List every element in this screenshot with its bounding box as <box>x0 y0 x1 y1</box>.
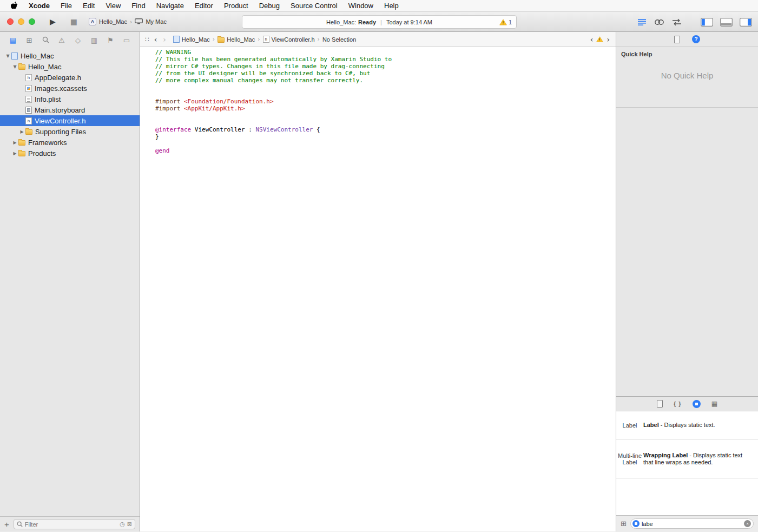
folder-file-icon <box>25 129 32 135</box>
file-row-viewcontroller-h[interactable]: hViewController.h <box>0 115 140 126</box>
disclosure-triangle-icon[interactable]: ▼ <box>4 54 11 58</box>
library-item-label: Multi-line Label <box>616 452 643 465</box>
file-row-images-xcassets[interactable]: Images.xcassets <box>0 83 140 94</box>
menu-item-help[interactable]: Help <box>379 2 404 10</box>
symbol-navigator-icon[interactable]: ⊞ <box>24 37 34 44</box>
add-file-button[interactable]: + <box>4 520 9 528</box>
clear-search-icon[interactable]: × <box>744 520 751 527</box>
breadcrumb-item-no-selection[interactable]: No Selection <box>322 36 356 43</box>
stop-button[interactable]: ■ <box>70 18 77 25</box>
report-navigator-icon[interactable]: ▭ <box>122 37 131 44</box>
filter-icon <box>17 521 23 527</box>
zoom-window-button[interactable] <box>29 18 35 25</box>
quick-help-title: Quick Help <box>621 51 753 57</box>
toggle-debug-area-button[interactable] <box>720 18 733 27</box>
media-library-icon[interactable]: ▦ <box>711 400 717 407</box>
menu-item-file[interactable]: File <box>55 2 77 10</box>
library-grid-view-icon[interactable]: ⊞ <box>621 520 627 527</box>
breakpoint-navigator-icon[interactable]: ⚑ <box>106 37 115 44</box>
code-line <box>155 112 616 119</box>
project-file-icon <box>173 36 180 43</box>
file-row-info-plist[interactable]: Info.plist <box>0 94 140 104</box>
toggle-navigator-button[interactable] <box>701 18 713 27</box>
code-line: #import <Foundation/Foundation.h> <box>155 98 616 105</box>
back-button[interactable]: ‹ <box>153 36 159 43</box>
menu-item-view[interactable]: View <box>100 2 126 10</box>
menu-item-navigate[interactable]: Navigate <box>151 2 189 10</box>
object-library-icon[interactable] <box>693 400 701 408</box>
object-library-list: LabelLabel - Displays static text.Multi-… <box>616 411 758 515</box>
breadcrumb-label: Hello_Mac <box>182 36 210 43</box>
library-search-scope-icon <box>632 520 640 527</box>
file-row-hello-mac[interactable]: ▼Hello_Mac <box>0 50 140 61</box>
file-row-supporting-files[interactable]: ▶Supporting Files <box>0 126 140 137</box>
menu-item-window[interactable]: Window <box>343 2 379 10</box>
file-row-frameworks[interactable]: ▶Frameworks <box>0 137 140 148</box>
file-row-products[interactable]: ▶Products <box>0 148 140 159</box>
breadcrumb-label: No Selection <box>322 36 356 43</box>
menu-item-product[interactable]: Product <box>219 2 254 10</box>
code-snippet-library-icon[interactable]: { } <box>674 401 682 407</box>
previous-issue-button[interactable]: ‹ <box>589 36 595 43</box>
standard-editor-button[interactable] <box>637 18 647 26</box>
file-label: ViewController.h <box>35 117 85 125</box>
library-pane: { } ▦ LabelLabel - Displays static text.… <box>616 396 758 531</box>
breadcrumb-item-hello-mac[interactable]: Hello_Mac <box>173 36 210 43</box>
warning-badge[interactable]: 1 <box>499 19 512 25</box>
minimize-window-button[interactable] <box>18 18 24 25</box>
disclosure-triangle-icon[interactable]: ▶ <box>11 140 18 145</box>
disclosure-triangle-icon[interactable]: ▼ <box>11 64 18 69</box>
menu-item-xcode[interactable]: Xcode <box>23 2 55 10</box>
forward-button[interactable]: › <box>162 36 167 43</box>
project-navigator-icon[interactable]: ▤ <box>8 37 18 44</box>
library-search-field[interactable]: × <box>630 518 754 529</box>
toggle-utilities-button[interactable] <box>740 18 752 27</box>
assistant-editor-button[interactable] <box>654 18 664 26</box>
breadcrumb-item-viewcontroller-h[interactable]: hViewController.h <box>263 36 315 43</box>
scheme-selector[interactable]: A Hello_Mac › My Mac <box>89 18 167 25</box>
disclosure-triangle-icon[interactable]: ▶ <box>11 151 18 156</box>
run-button[interactable]: ▶ <box>50 18 56 25</box>
close-window-button[interactable] <box>7 18 14 25</box>
file-row-appdelegate-h[interactable]: hAppDelegate.h <box>0 72 140 83</box>
status-time: Today at 9:14 AM <box>386 19 432 25</box>
menu-item-debug[interactable]: Debug <box>254 2 285 10</box>
file-row-main-storyboard[interactable]: Main.storyboard <box>0 104 140 115</box>
library-search-bar: ⊞ × <box>616 515 758 531</box>
code-line <box>155 119 616 126</box>
related-items-icon[interactable]: ∷ <box>145 36 149 43</box>
file-inspector-icon[interactable] <box>674 36 680 43</box>
status-project: Hello_Mac: <box>326 19 356 25</box>
menu-item-source-control[interactable]: Source Control <box>285 2 343 10</box>
debug-navigator-icon[interactable]: ▥ <box>89 37 99 44</box>
find-navigator-icon[interactable] <box>41 36 50 44</box>
filter-input[interactable] <box>25 521 117 528</box>
version-editor-button[interactable] <box>671 18 682 26</box>
breadcrumb: Hello_Mac›Hello_Mac›hViewController.h›No… <box>173 36 585 43</box>
source-code-editor[interactable]: // WARNING// This file has been generate… <box>140 47 616 531</box>
code-line <box>155 91 616 98</box>
apple-menu-icon[interactable] <box>5 2 23 10</box>
issue-navigator-icon[interactable]: ⚠ <box>57 37 67 44</box>
file-row-hello-mac[interactable]: ▼Hello_Mac <box>0 61 140 72</box>
file-template-library-icon[interactable] <box>657 400 663 408</box>
toolbar: ▶ ■ A Hello_Mac › My Mac Hello_Mac: Read… <box>0 12 758 32</box>
breadcrumb-item-hello-mac[interactable]: Hello_Mac <box>217 36 255 43</box>
recent-files-filter-icon[interactable]: ◷ <box>120 521 125 527</box>
unsaved-files-filter-icon[interactable]: ⊠ <box>127 521 132 527</box>
library-item-label[interactable]: LabelLabel - Displays static text. <box>616 411 758 439</box>
quick-help-inspector-icon[interactable]: ? <box>692 35 700 43</box>
library-search-input[interactable] <box>642 521 742 527</box>
code-line <box>155 140 616 147</box>
folder-file-icon <box>18 140 25 146</box>
code-line: // more complex manual changes may not t… <box>155 77 616 84</box>
menu-item-find[interactable]: Find <box>126 2 150 10</box>
menu-item-editor[interactable]: Editor <box>189 2 219 10</box>
disclosure-triangle-icon[interactable]: ▶ <box>18 129 25 134</box>
navigator-filter-field[interactable]: ◷ ⊠ <box>14 519 135 529</box>
quick-help-empty-text: No Quick Help <box>616 71 758 80</box>
library-item-wrapping-label[interactable]: Multi-line LabelWrapping Label - Display… <box>616 439 758 478</box>
menu-item-edit[interactable]: Edit <box>77 2 100 10</box>
test-navigator-icon[interactable]: ◇ <box>73 37 83 44</box>
next-issue-button[interactable]: › <box>605 36 611 43</box>
